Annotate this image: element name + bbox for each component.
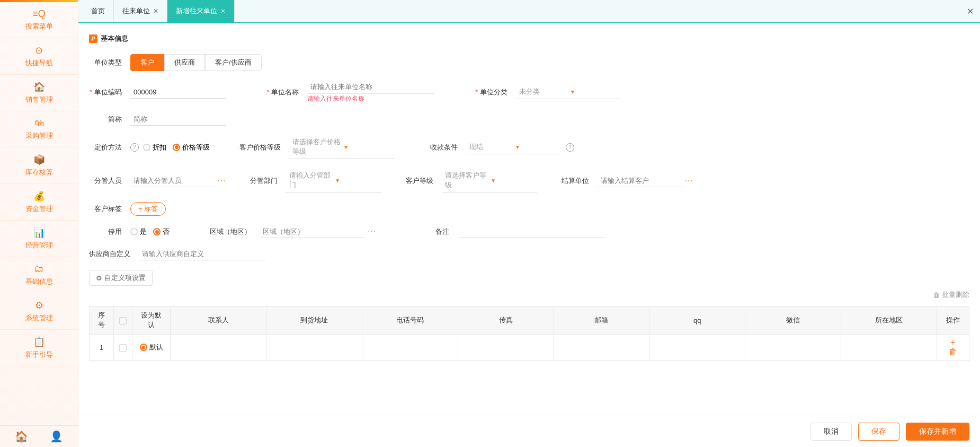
disabled-no-circle: [153, 228, 161, 235]
col-contact: 联系人: [171, 306, 266, 335]
sidebar-item-search[interactable]: ≡Q 搜索菜单: [0, 2, 78, 38]
sidebar-item-inventory[interactable]: 📦 库存核算: [0, 147, 78, 184]
customer-level-select[interactable]: 请选择客户等级 ▼: [442, 169, 537, 192]
manager-more-btn[interactable]: ···: [217, 176, 226, 186]
unit-name-input[interactable]: [307, 81, 434, 93]
region-more-btn[interactable]: ···: [368, 227, 376, 236]
region-input[interactable]: [260, 225, 366, 238]
batch-delete-btn[interactable]: 🗑 批量删除: [89, 290, 969, 300]
abbr-input[interactable]: [130, 113, 226, 126]
customer-price-level-select[interactable]: 请选择客户价格等级 ▼: [289, 135, 395, 159]
tab-home[interactable]: 首页: [83, 0, 114, 22]
disabled-yes[interactable]: 是: [130, 227, 147, 236]
save-button[interactable]: 保存: [858, 423, 899, 441]
phone-input[interactable]: [368, 344, 452, 352]
sidebar-item-fund[interactable]: 💰 资金管理: [0, 184, 78, 221]
pricing-help-icon[interactable]: ?: [130, 143, 139, 152]
supplier-custom-row: 供应商自定义: [89, 248, 969, 260]
chevron-down-icon-4: ▼: [335, 178, 378, 183]
user-bottom-icon[interactable]: 👤: [50, 430, 63, 443]
save-new-button[interactable]: 保存并新增: [906, 423, 969, 441]
address-input[interactable]: [272, 344, 357, 352]
sidebar-item-label: 销售管理: [25, 95, 53, 104]
col-action: 操作: [937, 306, 969, 335]
payment-help-icon[interactable]: ?: [566, 143, 574, 152]
guide-icon: 📋: [33, 336, 45, 348]
default-radio[interactable]: 默认: [138, 343, 165, 352]
wechat-input[interactable]: [751, 344, 835, 352]
pricing-row: 定价方法 ? 折扣 价格等级 客户价格等级 请选择客户价格等级 ▼ 收款条件: [89, 135, 969, 159]
tag-add-button[interactable]: + 标签: [130, 202, 166, 216]
cell-contact[interactable]: [171, 335, 266, 361]
row-region-input[interactable]: [847, 344, 931, 352]
settlement-unit-label: 结算单位: [556, 176, 593, 186]
ops-icon: 📊: [33, 227, 45, 239]
sidebar-item-label: 库存核算: [25, 168, 53, 177]
email-input[interactable]: [559, 344, 644, 352]
unit-type-supplier[interactable]: 供应商: [164, 54, 205, 71]
row-add-btn[interactable]: +: [949, 338, 957, 347]
form-content: P 基本信息 单位类型 客户 供应商 客户/供应商 单位编码 单位名称 请输入往…: [78, 23, 980, 416]
tab-new-partner[interactable]: 新增往来单位 ✕: [167, 0, 235, 22]
manager-input[interactable]: [130, 174, 215, 187]
home-bottom-icon[interactable]: 🏠: [15, 430, 28, 443]
pricing-radio-level[interactable]: 价格等级: [173, 143, 210, 152]
sidebar-item-ops[interactable]: 📊 经营管理: [0, 221, 78, 257]
sidebar-item-sys[interactable]: ⚙ 系统管理: [0, 293, 78, 330]
sidebar-item-sales[interactable]: 🏠 销售管理: [0, 75, 78, 111]
dept-select[interactable]: 请输入分管部门 ▼: [286, 169, 381, 192]
contact-table: 序号 设为默认 联系人 到货地址 电话号码 传真 邮箱 qq 微信 所在地区 操…: [89, 306, 969, 361]
cancel-button[interactable]: 取消: [810, 423, 852, 441]
settlement-field: ···: [598, 174, 693, 187]
custom-settings-button[interactable]: ⚙ 自定义项设置: [89, 270, 153, 286]
fax-input[interactable]: [464, 344, 548, 352]
abbr-row: 简称: [89, 113, 969, 126]
sidebar-item-guide[interactable]: 📋 新手引导: [0, 330, 78, 366]
unit-code-input[interactable]: [130, 86, 226, 99]
cell-qq[interactable]: [649, 335, 745, 361]
disabled-no[interactable]: 否: [153, 227, 170, 236]
sales-icon: 🏠: [33, 81, 45, 93]
section-title: P 基本信息: [89, 34, 969, 43]
pricing-radio-discount[interactable]: 折扣: [143, 143, 166, 152]
col-address: 到货地址: [266, 306, 362, 335]
sidebar-item-basic[interactable]: 🗂 基础信息: [0, 257, 78, 293]
region-field: ···: [260, 225, 376, 238]
sidebar-item-purchase[interactable]: 🛍 采购管理: [0, 111, 78, 147]
unit-category-select[interactable]: 未分类 ▼: [516, 85, 622, 99]
remark-input[interactable]: [458, 225, 606, 238]
cell-fax[interactable]: [458, 335, 554, 361]
tab-partners[interactable]: 往来单位 ✕: [114, 0, 167, 22]
row-checkbox[interactable]: [119, 344, 127, 352]
sidebar-item-quick-nav[interactable]: ⊙ 快捷导航: [0, 38, 78, 75]
row-delete-btn[interactable]: 🗑: [947, 347, 959, 357]
unit-type-both[interactable]: 客户/供应商: [205, 54, 262, 71]
payment-terms-select[interactable]: 现结 ▼: [466, 140, 562, 154]
cell-email[interactable]: [554, 335, 649, 361]
col-default: 设为默认: [132, 306, 171, 335]
batch-delete-label: 批量删除: [942, 290, 969, 300]
settlement-input[interactable]: [598, 174, 682, 187]
pricing-level-label: 价格等级: [182, 143, 210, 152]
pricing-radio-group: 折扣 价格等级: [143, 143, 210, 152]
contact-input[interactable]: [176, 344, 261, 352]
sidebar-item-label: 资金管理: [25, 204, 53, 214]
cell-region[interactable]: [841, 335, 937, 361]
header-checkbox[interactable]: [119, 317, 127, 325]
supplier-custom-input[interactable]: [139, 248, 266, 260]
close-all-tabs[interactable]: ✕: [967, 6, 974, 16]
settlement-more-btn[interactable]: ···: [684, 176, 693, 186]
manager-field: ···: [130, 174, 226, 187]
default-radio-circle: [140, 344, 147, 351]
cell-address[interactable]: [266, 335, 362, 361]
unit-type-customer[interactable]: 客户: [130, 54, 164, 71]
quick-nav-icon: ⊙: [35, 45, 43, 56]
qq-input[interactable]: [655, 344, 740, 352]
sys-icon: ⚙: [35, 300, 43, 311]
sidebar-item-label: 基础信息: [25, 277, 53, 286]
tab-partners-close[interactable]: ✕: [153, 7, 158, 15]
cell-wechat[interactable]: [745, 335, 841, 361]
customer-tag-row: 客户标签 + 标签: [89, 202, 969, 216]
tab-new-partner-close[interactable]: ✕: [220, 7, 226, 15]
cell-phone[interactable]: [362, 335, 458, 361]
